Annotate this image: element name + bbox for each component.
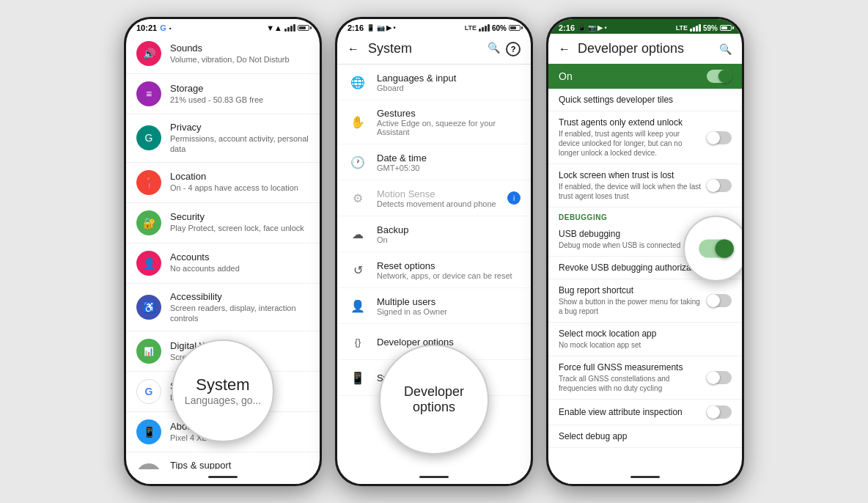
wifi-icon: ▼▲ <box>266 23 282 32</box>
storage-text: Storage 21% used - 50.83 GB free <box>170 83 309 105</box>
backup-icon: ☁ <box>347 224 368 244</box>
phone-3: 2:16 📱 📷 ▶ • LTE 59% ← Devel <box>546 17 744 486</box>
system-screen: 🌐 Languages & input Gboard ✋ Gestures Ac… <box>337 65 531 469</box>
sys-item-gestures[interactable]: ✋ Gestures Active Edge on, squeeze for y… <box>337 100 531 144</box>
digital-wellbeing-icon: 📊 <box>136 339 161 364</box>
location-text: Location On - 4 apps have access to loca… <box>170 171 309 193</box>
dev-item-usb[interactable]: USB debugging Debug mode when USB is con… <box>548 223 742 257</box>
security-text: Security Play Protect, screen lock, face… <box>170 211 309 233</box>
sys-item-users[interactable]: 👤 Multiple users Signed in as Owner <box>337 288 531 324</box>
motion-badge: i <box>507 191 521 205</box>
battery-icon-1 <box>298 25 309 31</box>
time-3: 2:16 <box>559 23 575 32</box>
accounts-icon: 👤 <box>136 251 161 276</box>
usb-toggle[interactable] <box>699 239 734 257</box>
sys-item-languages[interactable]: 🌐 Languages & input Gboard <box>337 65 531 100</box>
magnifier-circle-3 <box>683 216 742 282</box>
system-title: System <box>368 41 479 56</box>
list-item-tips[interactable]: ? Tips & support Help articles, phone & … <box>126 452 320 469</box>
list-item-accessibility[interactable]: ♿ Accessibility Screen readers, display,… <box>126 284 320 332</box>
bottom-bar-3 <box>548 469 742 484</box>
toggle-knob <box>718 70 732 83</box>
about-phone-icon: 📱 <box>136 419 161 444</box>
lockscreen-toggle[interactable] <box>707 179 732 192</box>
system-header: ← System 🔍 ? <box>337 34 531 65</box>
languages-icon: 🌐 <box>347 72 368 92</box>
tips-text: Tips & support Help articles, phone & ch… <box>170 460 309 469</box>
update-icon: 📱 <box>347 367 368 388</box>
security-icon: 🔐 <box>136 210 161 235</box>
sys-item-reset[interactable]: ↺ Reset options Network, apps, or device… <box>337 252 531 288</box>
list-item-sounds[interactable]: 🔊 Sounds Volume, vibration, Do Not Distu… <box>126 34 320 74</box>
home-indicator-3[interactable] <box>630 476 660 478</box>
list-item-privacy[interactable]: G Privacy Permissions, account activity,… <box>126 114 320 163</box>
list-item-security[interactable]: 🔐 Security Play Protect, screen lock, fa… <box>126 203 320 243</box>
bottom-bar-1 <box>126 469 320 484</box>
battery-icon-3 <box>720 25 732 31</box>
bottom-bar-2 <box>337 469 531 484</box>
sys-item-backup[interactable]: ☁ Backup On <box>337 216 531 252</box>
sounds-icon: 🔊 <box>136 41 161 66</box>
dev-item-mock-location[interactable]: Select mock location app No mock locatio… <box>548 323 742 356</box>
location-icon: 📍 <box>136 170 161 195</box>
google-icon: G <box>160 23 166 32</box>
home-indicator-2[interactable] <box>419 476 449 478</box>
lte-badge-3: LTE <box>676 24 688 32</box>
developer-icon: {} <box>347 331 368 352</box>
search-icon-3[interactable]: 🔍 <box>719 43 732 55</box>
battery-icon-2 <box>509 25 521 31</box>
list-item-accounts[interactable]: 👤 Accounts No accounts added <box>126 243 320 284</box>
developer-options-title: Developer options <box>578 41 712 56</box>
status-icons-3: 📱 📷 ▶ • <box>578 24 607 32</box>
privacy-text: Privacy Permissions, account activity, p… <box>170 122 309 155</box>
help-icon-2[interactable]: ? <box>506 42 521 56</box>
search-icon-2[interactable]: 🔍 <box>488 42 500 56</box>
datetime-icon: 🕐 <box>347 152 368 172</box>
on-label: On <box>559 70 573 82</box>
reset-icon: ↺ <box>347 260 368 280</box>
header-icons-2: 🔍 ? <box>488 42 521 56</box>
dev-item-debug-app[interactable]: Select debug app <box>548 425 742 448</box>
gestures-icon: ✋ <box>347 112 368 133</box>
accessibility-icon: ♿ <box>136 295 161 320</box>
time-2: 2:16 <box>347 23 364 32</box>
phone-2: 2:16 📱 📷 ▶ • LTE 60% ← Syste <box>335 17 533 486</box>
dot-icon: • <box>169 25 172 32</box>
dev-item-lockscreen[interactable]: Lock screen when trust is lost If enable… <box>548 164 742 208</box>
dev-item-trust[interactable]: Trust agents only extend unlock If enabl… <box>548 111 742 164</box>
signal-icon-2 <box>479 24 490 32</box>
magnifier-2-title: Developer options <box>388 384 480 415</box>
home-indicator-1[interactable] <box>208 476 238 478</box>
phone-1: 10:21 G • ▼▲ 🔊 <box>124 17 322 486</box>
signal-icon-3 <box>690 24 701 32</box>
dev-item-bugreport[interactable]: Bug report shortcut Show a button in the… <box>548 279 742 323</box>
view-attr-toggle[interactable] <box>707 405 732 419</box>
magnifier-circle-1: System Languages, go... <box>172 339 274 442</box>
bugreport-toggle[interactable] <box>707 294 732 307</box>
dev-item-view-attr[interactable]: Enable view attribute inspection <box>548 400 742 425</box>
tips-icon: ? <box>136 463 161 469</box>
sys-item-motion[interactable]: ⚙ Motion Sense Detects movement around p… <box>337 180 531 216</box>
gnss-toggle[interactable] <box>707 371 732 384</box>
trust-toggle[interactable] <box>707 131 732 144</box>
developer-screen: Quick settings developer tiles Trust age… <box>548 89 742 469</box>
google-settings-icon: G <box>136 379 161 404</box>
messaging-icons: 📱 📷 ▶ • <box>367 24 396 32</box>
list-item-storage[interactable]: ≡ Storage 21% used - 50.83 GB free <box>126 74 320 114</box>
dev-item-gnss[interactable]: Force full GNSS measurements Track all G… <box>548 356 742 400</box>
users-icon: 👤 <box>347 295 368 316</box>
status-bar-3: 2:16 📱 📷 ▶ • LTE 59% <box>548 19 742 34</box>
list-item-location[interactable]: 📍 Location On - 4 apps have access to lo… <box>126 163 320 203</box>
battery-pct-3: 59% <box>703 24 718 32</box>
developer-toggle[interactable] <box>707 70 732 83</box>
dev-item-quicksettings[interactable]: Quick settings developer tiles <box>548 89 742 111</box>
time-1: 10:21 <box>136 23 157 32</box>
back-icon-2[interactable]: ← <box>347 43 359 56</box>
developer-header: ← Developer options 🔍 <box>548 34 742 64</box>
back-icon-3[interactable]: ← <box>559 43 570 56</box>
battery-pct-2: 60% <box>492 24 507 32</box>
magnifier-circle-2: Developer options <box>379 345 489 455</box>
signal-icon <box>284 24 295 32</box>
sys-item-datetime[interactable]: 🕐 Date & time GMT+05:30 <box>337 144 531 180</box>
status-bar-1: 10:21 G • ▼▲ <box>126 19 320 34</box>
